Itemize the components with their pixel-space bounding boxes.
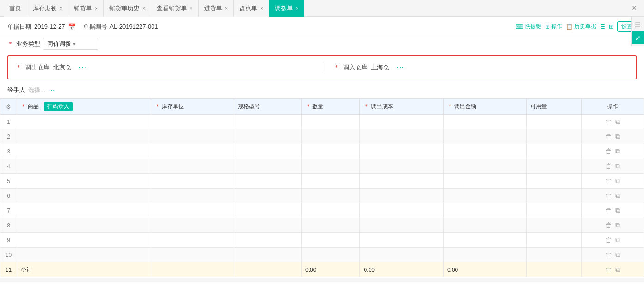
spec-cell[interactable] [234,189,302,203]
tab-inventory-count[interactable]: 盘点单 × [234,0,269,17]
delete-icon[interactable]: 🗑 [605,207,612,214]
quantity-cell[interactable] [301,129,360,144]
th-settings[interactable]: ⚙ [0,99,17,115]
copy-icon[interactable]: ⧉ [615,118,620,125]
spec-cell[interactable] [234,115,302,129]
tab-close-purchase[interactable]: × [225,6,228,11]
tab-close-inventory-open[interactable]: × [60,6,62,11]
scan-button[interactable]: 扫码录入 [44,102,73,111]
calendar-icon[interactable]: 📅 [68,23,76,31]
bottom-scrollbar[interactable] [0,278,644,282]
copy-icon[interactable]: ⧉ [615,147,620,155]
tab-close-transfer[interactable]: × [296,6,298,11]
available-cell[interactable] [527,159,582,174]
spec-cell[interactable] [234,203,302,218]
quantity-cell[interactable] [301,174,360,189]
copy-icon[interactable]: ⧉ [615,251,620,258]
delete-icon[interactable]: 🗑 [605,118,612,125]
quantity-cell[interactable] [301,189,360,203]
side-list-button[interactable]: ☰ [632,18,644,31]
copy-icon[interactable]: ⧉ [615,192,620,199]
transfer-cost-cell[interactable] [360,129,443,144]
unit-cell[interactable] [151,129,234,144]
transfer-cost-cell[interactable] [360,189,443,203]
tab-close-view-sales[interactable]: × [189,6,192,11]
copy-icon[interactable]: ⧉ [615,133,620,140]
product-cell[interactable] [17,174,151,189]
layout-grid-button[interactable]: ⊞ [609,24,614,30]
operation-button[interactable]: ⊞ 操作 [545,23,562,31]
unit-cell[interactable] [151,115,234,129]
transfer-amount-cell[interactable] [443,174,526,189]
tab-home[interactable]: 首页 [4,0,27,17]
transfer-amount-cell[interactable] [443,233,526,248]
product-cell[interactable] [17,233,151,248]
unit-cell[interactable] [151,144,234,159]
product-cell[interactable] [17,159,151,174]
quantity-cell[interactable] [301,115,360,129]
available-cell[interactable] [527,248,582,262]
quantity-cell[interactable] [301,233,360,248]
copy-icon[interactable]: ⧉ [615,177,620,184]
tab-close-sales-order[interactable]: × [95,6,97,11]
available-cell[interactable] [527,129,582,144]
tab-close-sales-history[interactable]: × [142,6,145,11]
history-button[interactable]: 📋 历史单据 [566,23,596,31]
delete-icon[interactable]: 🗑 [605,147,612,155]
delete-icon[interactable]: 🗑 [605,133,612,140]
unit-cell[interactable] [151,203,234,218]
unit-cell[interactable] [151,159,234,174]
tab-inventory-open[interactable]: 库存期初 × [27,0,68,17]
copy-icon[interactable]: ⧉ [615,162,620,170]
transfer-amount-cell[interactable] [443,218,526,233]
transfer-cost-cell[interactable] [360,233,443,248]
operator-select[interactable]: 选择... [28,86,45,94]
tab-sales-order[interactable]: 销货单 × [68,0,103,17]
unit-cell[interactable] [151,189,234,203]
side-expand-button[interactable]: ⤢ [632,31,644,44]
delete-icon[interactable]: 🗑 [605,177,612,184]
tab-purchase[interactable]: 进货单 × [199,0,234,17]
quantity-cell[interactable] [301,159,360,174]
unit-cell[interactable] [151,233,234,248]
transfer-amount-cell[interactable] [443,129,526,144]
copy-icon[interactable]: ⧉ [615,236,620,244]
available-cell[interactable] [527,144,582,159]
transfer-cost-cell[interactable] [360,174,443,189]
product-cell[interactable] [17,115,151,129]
quantity-cell[interactable] [301,248,360,262]
tab-view-sales[interactable]: 查看销货单 × [151,0,198,17]
quantity-cell[interactable] [301,144,360,159]
transfer-cost-cell[interactable] [360,159,443,174]
delete-icon[interactable]: 🗑 [605,192,612,199]
transfer-amount-cell[interactable] [443,189,526,203]
product-cell[interactable] [17,144,151,159]
window-close-button[interactable]: × [628,3,640,13]
transfer-cost-cell[interactable] [360,203,443,218]
copy-icon[interactable]: ⧉ [615,207,620,214]
available-cell[interactable] [527,233,582,248]
copy-icon[interactable]: ⧉ [615,266,620,273]
delete-icon[interactable]: 🗑 [605,236,612,244]
spec-cell[interactable] [234,159,302,174]
tab-close-inventory-count[interactable]: × [260,6,263,11]
transfer-cost-cell[interactable] [360,218,443,233]
product-cell[interactable] [17,203,151,218]
transfer-amount-cell[interactable] [443,115,526,129]
available-cell[interactable] [527,203,582,218]
spec-cell[interactable] [234,233,302,248]
available-cell[interactable] [527,218,582,233]
spec-cell[interactable] [234,248,302,262]
unit-cell[interactable] [151,174,234,189]
product-cell[interactable] [17,248,151,262]
transfer-cost-cell[interactable] [360,144,443,159]
delete-icon[interactable]: 🗑 [605,251,612,258]
transfer-amount-cell[interactable] [443,248,526,262]
transfer-amount-cell[interactable] [443,159,526,174]
available-cell[interactable] [527,115,582,129]
copy-icon[interactable]: ⧉ [615,221,620,229]
inbound-more-button[interactable]: ··· [396,63,405,73]
tab-sales-history[interactable]: 销货单历史 × [104,0,151,17]
available-cell[interactable] [527,189,582,203]
delete-icon[interactable]: 🗑 [605,221,612,229]
